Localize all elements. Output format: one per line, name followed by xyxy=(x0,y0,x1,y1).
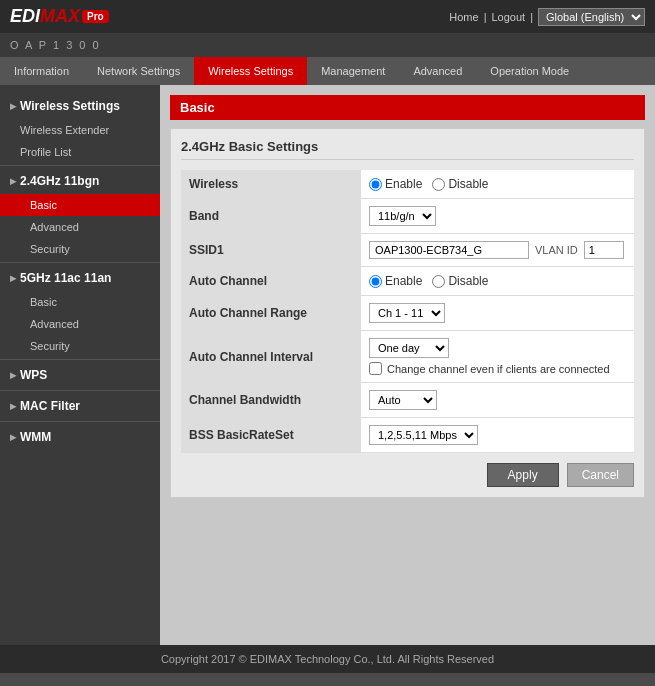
sidebar-section-5ghz[interactable]: 5GHz 11ac 11an xyxy=(0,265,160,291)
auto-channel-range-controls: Ch 1 - 11 Ch 1 - 6 Ch 1 - 13 xyxy=(361,296,634,331)
auto-channel-enable-label[interactable]: Enable xyxy=(369,274,422,288)
ssid-label: SSID1 xyxy=(181,234,361,267)
logo: EDIMAX Pro xyxy=(10,6,109,27)
sidebar-item-wireless-extender[interactable]: Wireless Extender xyxy=(0,119,160,141)
auto-channel-range-row: Auto Channel Range Ch 1 - 11 Ch 1 - 6 Ch… xyxy=(181,296,634,331)
device-label: O A P 1 3 0 0 xyxy=(10,39,101,51)
bss-select[interactable]: 1,2,5.5,11 Mbps All Default xyxy=(369,425,478,445)
nav-network-settings[interactable]: Network Settings xyxy=(83,57,194,85)
ssid-input[interactable] xyxy=(369,241,529,259)
device-bar: O A P 1 3 0 0 xyxy=(0,33,655,57)
sidebar-item-profile-list[interactable]: Profile List xyxy=(0,141,160,163)
auto-channel-range-label: Auto Channel Range xyxy=(181,296,361,331)
sidebar: Wireless Settings Wireless Extender Prof… xyxy=(0,85,160,645)
sidebar-item-security-5ghz[interactable]: Security xyxy=(0,335,160,357)
vlan-label: VLAN ID xyxy=(535,244,578,256)
wireless-enable-radio[interactable] xyxy=(369,178,382,191)
auto-channel-interval-label: Auto Channel Interval xyxy=(181,331,361,383)
nav-bar: Information Network Settings Wireless Se… xyxy=(0,57,655,85)
sidebar-section-mac-filter[interactable]: MAC Filter xyxy=(0,393,160,419)
nav-operation-mode[interactable]: Operation Mode xyxy=(476,57,583,85)
logo-pro: Pro xyxy=(82,10,109,23)
page-title: Basic xyxy=(170,95,645,120)
wireless-enable-text: Enable xyxy=(385,177,422,191)
auto-channel-enable-radio[interactable] xyxy=(369,275,382,288)
sidebar-item-basic-2ghz[interactable]: Basic xyxy=(0,194,160,216)
wireless-enable-label[interactable]: Enable xyxy=(369,177,422,191)
wireless-row: Wireless Enable Disable xyxy=(181,170,634,199)
home-link[interactable]: Home xyxy=(449,11,478,23)
channel-bandwidth-select[interactable]: Auto 20 MHz 40 MHz xyxy=(369,390,437,410)
footer-text: Copyright 2017 © EDIMAX Technology Co., … xyxy=(161,653,494,665)
auto-channel-interval-select[interactable]: One day One hour One week xyxy=(369,338,449,358)
change-channel-label: Change channel even if clients are conne… xyxy=(387,363,610,375)
change-channel-checkbox[interactable] xyxy=(369,362,382,375)
band-label: Band xyxy=(181,199,361,234)
sidebar-section-wmm[interactable]: WMM xyxy=(0,424,160,450)
auto-channel-enable-text: Enable xyxy=(385,274,422,288)
channel-bandwidth-controls: Auto 20 MHz 40 MHz xyxy=(361,383,634,418)
band-controls: 11b/g/n 11b 11g 11n xyxy=(361,199,634,234)
auto-channel-range-select[interactable]: Ch 1 - 11 Ch 1 - 6 Ch 1 - 13 xyxy=(369,303,445,323)
auto-channel-disable-text: Disable xyxy=(448,274,488,288)
wireless-disable-text: Disable xyxy=(448,177,488,191)
logo-text: EDIMAX xyxy=(10,6,80,27)
settings-table: Wireless Enable Disable xyxy=(181,170,634,453)
ssid-row: SSID1 VLAN ID xyxy=(181,234,634,267)
settings-title: 2.4GHz Basic Settings xyxy=(181,139,634,160)
sidebar-item-basic-5ghz[interactable]: Basic xyxy=(0,291,160,313)
auto-channel-interval-controls: One day One hour One week Change channel… xyxy=(361,331,634,383)
separator1: | xyxy=(484,11,487,23)
content-area: Basic 2.4GHz Basic Settings Wireless Ena… xyxy=(160,85,655,645)
nav-wireless-settings[interactable]: Wireless Settings xyxy=(194,57,307,85)
top-links: Home | Logout | Global (English) xyxy=(449,8,645,26)
ssid-controls: VLAN ID xyxy=(361,234,634,267)
wireless-label: Wireless xyxy=(181,170,361,199)
wireless-controls: Enable Disable xyxy=(361,170,634,199)
top-bar: EDIMAX Pro Home | Logout | Global (Engli… xyxy=(0,0,655,33)
bss-label: BSS BasicRateSet xyxy=(181,418,361,453)
cancel-button[interactable]: Cancel xyxy=(567,463,634,487)
wireless-disable-label[interactable]: Disable xyxy=(432,177,488,191)
auto-channel-controls: Enable Disable xyxy=(361,267,634,296)
language-select[interactable]: Global (English) xyxy=(538,8,645,26)
sidebar-section-wps[interactable]: WPS xyxy=(0,362,160,388)
sidebar-item-security-2ghz[interactable]: Security xyxy=(0,238,160,260)
auto-channel-row: Auto Channel Enable Disable xyxy=(181,267,634,296)
auto-channel-label: Auto Channel xyxy=(181,267,361,296)
apply-button[interactable]: Apply xyxy=(487,463,559,487)
vlan-input[interactable] xyxy=(584,241,624,259)
logout-link[interactable]: Logout xyxy=(491,11,525,23)
sidebar-section-wireless-settings[interactable]: Wireless Settings xyxy=(0,93,160,119)
band-select[interactable]: 11b/g/n 11b 11g 11n xyxy=(369,206,436,226)
auto-channel-interval-row: Auto Channel Interval One day One hour O… xyxy=(181,331,634,383)
sidebar-item-advanced-5ghz[interactable]: Advanced xyxy=(0,313,160,335)
channel-bandwidth-row: Channel Bandwidth Auto 20 MHz 40 MHz xyxy=(181,383,634,418)
bss-row: BSS BasicRateSet 1,2,5.5,11 Mbps All Def… xyxy=(181,418,634,453)
sidebar-section-2ghz[interactable]: 2.4GHz 11bgn xyxy=(0,168,160,194)
separator2: | xyxy=(530,11,533,23)
nav-information[interactable]: Information xyxy=(0,57,83,85)
band-row: Band 11b/g/n 11b 11g 11n xyxy=(181,199,634,234)
main-layout: Wireless Settings Wireless Extender Prof… xyxy=(0,85,655,645)
wireless-disable-radio[interactable] xyxy=(432,178,445,191)
footer: Copyright 2017 © EDIMAX Technology Co., … xyxy=(0,645,655,673)
channel-bandwidth-label: Channel Bandwidth xyxy=(181,383,361,418)
button-row: Apply Cancel xyxy=(181,463,634,487)
auto-channel-disable-radio[interactable] xyxy=(432,275,445,288)
settings-box: 2.4GHz Basic Settings Wireless Enable xyxy=(170,128,645,498)
bss-controls: 1,2,5.5,11 Mbps All Default xyxy=(361,418,634,453)
nav-advanced[interactable]: Advanced xyxy=(399,57,476,85)
nav-management[interactable]: Management xyxy=(307,57,399,85)
auto-channel-disable-label[interactable]: Disable xyxy=(432,274,488,288)
sidebar-item-advanced-2ghz[interactable]: Advanced xyxy=(0,216,160,238)
